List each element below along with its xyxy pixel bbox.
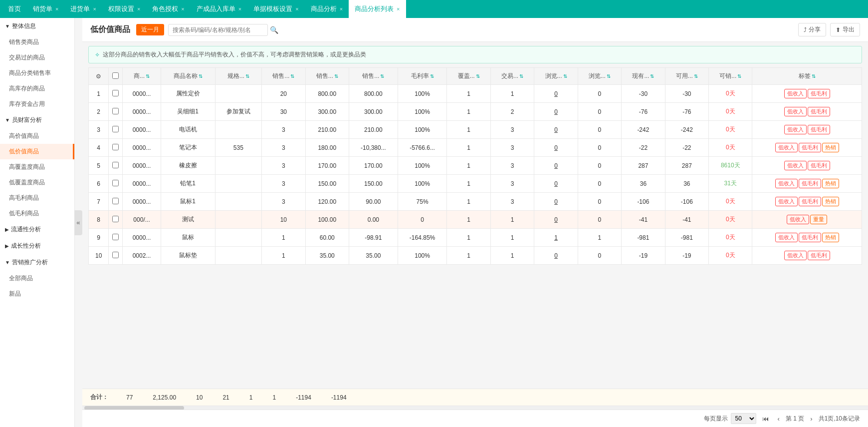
th-s3[interactable]: 销售...⇅ <box>349 68 398 85</box>
sidebar-section-flow[interactable]: ▶ 流通性分析 <box>0 221 74 238</box>
next-page-button[interactable]: › <box>807 414 815 424</box>
row-browse1-7[interactable]: 0 <box>534 193 578 211</box>
sidebar-item-high-value[interactable]: 高价值商品 <box>0 128 74 144</box>
row-browse1-6[interactable]: 0 <box>534 175 578 193</box>
sidebar-item-stock-capital[interactable]: 库存资金占用 <box>0 96 74 112</box>
th-tags[interactable]: 标签⇅ <box>752 68 862 85</box>
row-browse1-2[interactable]: 0 <box>534 103 578 121</box>
select-all-checkbox[interactable] <box>112 72 119 79</box>
nav-permission[interactable]: 权限设置× <box>102 0 146 18</box>
th-days[interactable]: 可销...⇅ <box>709 68 752 85</box>
row-checkbox-7[interactable] <box>109 193 123 211</box>
row-check[interactable] <box>112 162 119 168</box>
sidebar-section-overall[interactable]: ▼ 整体信息 <box>0 18 74 34</box>
browse1-link[interactable]: 0 <box>554 198 558 205</box>
browse1-link[interactable]: 0 <box>554 180 558 187</box>
row-checkbox-10[interactable] <box>109 247 123 265</box>
th-s1[interactable]: 销售...⇅ <box>262 68 305 85</box>
browse1-link[interactable]: 0 <box>554 216 558 223</box>
sidebar-item-category-rate[interactable]: 商品分类销售率 <box>0 65 74 81</box>
row-check[interactable] <box>112 216 119 222</box>
row-check[interactable] <box>112 126 119 132</box>
browse1-link[interactable]: 0 <box>554 162 558 169</box>
row-browse1-3[interactable]: 0 <box>534 121 578 139</box>
th-cover[interactable]: 覆盖...⇅ <box>447 68 490 85</box>
th-s2[interactable]: 销售...⇅ <box>305 68 349 85</box>
sidebar-section-wealth[interactable]: ▼ 员财富分析 <box>0 112 74 128</box>
row-browse1-5[interactable]: 0 <box>534 157 578 175</box>
nav-analysis-close[interactable]: × <box>340 6 343 12</box>
search-button[interactable]: 🔍 <box>270 26 278 34</box>
row-checkbox-3[interactable] <box>109 121 123 139</box>
row-check[interactable] <box>112 198 119 204</box>
row-checkbox-8[interactable] <box>109 211 123 229</box>
row-browse1-9[interactable]: 1 <box>534 229 578 247</box>
row-checkbox-5[interactable] <box>109 157 123 175</box>
row-checkbox-6[interactable] <box>109 175 123 193</box>
sidebar-item-high-coverage[interactable]: 高覆盖度商品 <box>0 159 74 175</box>
row-check[interactable] <box>112 252 119 258</box>
first-page-button[interactable]: ⏮ <box>759 414 772 424</box>
nav-sales[interactable]: 销货单× <box>27 0 64 18</box>
nav-role[interactable]: 角色授权× <box>146 0 190 18</box>
browse1-link[interactable]: 0 <box>554 126 558 133</box>
row-checkbox-4[interactable] <box>109 139 123 157</box>
nav-template[interactable]: 单据模板设置× <box>247 0 304 18</box>
sidebar-item-high-margin[interactable]: 高毛利商品 <box>0 190 74 206</box>
sidebar-item-all-products[interactable]: 全部商品 <box>0 271 74 286</box>
nav-role-close[interactable]: × <box>181 6 184 12</box>
row-checkbox-2[interactable] <box>109 103 123 121</box>
nav-sales-close[interactable]: × <box>55 6 58 12</box>
row-check[interactable] <box>112 90 119 96</box>
nav-purchase-close[interactable]: × <box>93 6 96 12</box>
row-checkbox-1[interactable] <box>109 85 123 103</box>
th-code[interactable]: 商...⇅ <box>123 68 161 85</box>
row-check[interactable] <box>112 234 119 240</box>
nav-purchase[interactable]: 进货单× <box>64 0 102 18</box>
row-browse1-1[interactable]: 0 <box>534 85 578 103</box>
row-check[interactable] <box>112 144 119 150</box>
browse1-link[interactable]: 0 <box>554 90 558 97</box>
nav-home[interactable]: 首页 <box>2 0 27 18</box>
nav-template-close[interactable]: × <box>295 6 298 12</box>
sidebar-item-new-products[interactable]: 新品 <box>0 286 74 302</box>
horizontal-scrollbar[interactable] <box>82 406 868 410</box>
row-browse1-4[interactable]: 0 <box>534 139 578 157</box>
row-check[interactable] <box>112 108 119 114</box>
browse1-link[interactable]: 1 <box>554 234 558 241</box>
sidebar-item-low-margin[interactable]: 低毛利商品 <box>0 206 74 221</box>
th-spec[interactable]: 规格...⇅ <box>215 68 262 85</box>
row-checkbox-9[interactable] <box>109 229 123 247</box>
nav-analysis-list[interactable]: 商品分析列表× <box>349 0 406 18</box>
row-browse1-10[interactable]: 0 <box>534 247 578 265</box>
prev-page-button[interactable]: ‹ <box>775 414 783 424</box>
th-browse1[interactable]: 浏览...⇅ <box>534 68 578 85</box>
th-browse2[interactable]: 浏览...⇅ <box>578 68 621 85</box>
share-button[interactable]: ⤴ 分享 <box>798 23 826 36</box>
nav-analysis[interactable]: 商品分析× <box>305 0 349 18</box>
sidebar-section-marketing[interactable]: ▼ 营销推广分析 <box>0 254 74 271</box>
sidebar-item-high-stock[interactable]: 高库存的商品 <box>0 81 74 96</box>
browse1-link[interactable]: 0 <box>554 144 558 151</box>
th-gross[interactable]: 毛利率⇅ <box>398 68 447 85</box>
row-browse1-8[interactable]: 0 <box>534 211 578 229</box>
search-input[interactable] <box>168 24 268 36</box>
th-name[interactable]: 商品名称⇅ <box>161 68 215 85</box>
row-check[interactable] <box>112 180 119 186</box>
th-settings[interactable]: ⚙ <box>89 68 109 85</box>
sidebar-collapse-button[interactable]: « <box>74 210 82 235</box>
sidebar-item-traded-products[interactable]: 交易过的商品 <box>0 50 74 65</box>
sidebar-item-sales-products[interactable]: 销售类商品 <box>0 34 74 50</box>
sidebar-item-low-value[interactable]: 低价值商品 <box>0 144 74 159</box>
th-trade[interactable]: 交易...⇅ <box>490 68 534 85</box>
nav-permission-close[interactable]: × <box>137 6 140 12</box>
nav-product-in[interactable]: 产成品入库单× <box>191 0 247 18</box>
export-button[interactable]: ⬆ 导出 <box>830 23 860 36</box>
th-checkbox[interactable] <box>109 68 123 85</box>
th-stock2[interactable]: 可用...⇅ <box>665 68 708 85</box>
sidebar-section-growth[interactable]: ▶ 成长性分析 <box>0 238 74 254</box>
sidebar-item-low-coverage[interactable]: 低覆盖度商品 <box>0 175 74 190</box>
th-stock1[interactable]: 现有...⇅ <box>622 68 665 85</box>
filter-recent-month-button[interactable]: 近一月 <box>136 24 164 35</box>
browse1-link[interactable]: 0 <box>554 108 558 115</box>
